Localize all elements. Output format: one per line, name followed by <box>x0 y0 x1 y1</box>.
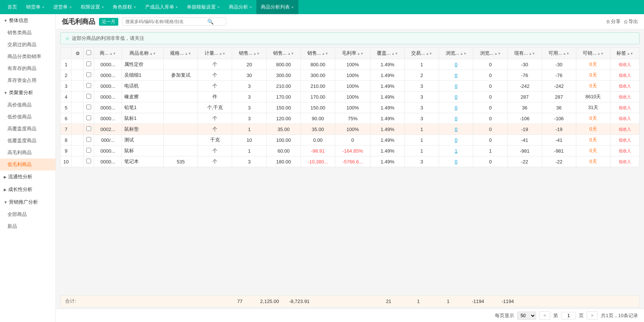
cell-settings[interactable] <box>72 124 84 135</box>
cell-checkbox[interactable] <box>84 156 94 167</box>
cell-settings[interactable] <box>72 92 84 102</box>
sidebar-item-new-goods[interactable]: 新品 <box>0 220 55 232</box>
footer-label: 合计: <box>65 298 76 305</box>
date-filter-tag[interactable]: 近一月 <box>99 18 118 26</box>
close-icon[interactable]: × <box>291 5 294 9</box>
cell-sales-qty: 1 <box>232 146 266 156</box>
cell-browse1[interactable]: 0 <box>439 156 473 167</box>
search-icon[interactable]: 🔍 <box>207 19 214 25</box>
sidebar-item-capital[interactable]: 库存资金占用 <box>0 74 55 86</box>
settings-icon[interactable]: ⚙ <box>76 51 80 56</box>
close-icon[interactable]: × <box>217 5 220 9</box>
sidebar-item-low-value[interactable]: 低价值商品 <box>0 111 55 123</box>
export-button[interactable]: ⎙ 导出 <box>624 18 638 25</box>
cell-checkbox[interactable] <box>84 70 94 81</box>
row-checkbox[interactable] <box>86 126 91 131</box>
page-input[interactable] <box>561 312 576 319</box>
row-checkbox[interactable] <box>86 72 91 77</box>
sidebar-item-traded-goods[interactable]: 交易过的商品 <box>0 39 55 51</box>
row-checkbox[interactable] <box>86 159 91 163</box>
row-checkbox[interactable] <box>86 61 91 66</box>
close-icon[interactable]: × <box>176 5 178 9</box>
share-button[interactable]: ⎘ 分享 <box>607 18 621 25</box>
cell-settings[interactable] <box>72 70 84 81</box>
table-row: 1 0000... 属性定价 个 20 800.00 800.00 100% 1… <box>61 59 640 70</box>
nav-sales[interactable]: 销货单 × <box>22 0 49 14</box>
sidebar-group-cluster[interactable]: ▼ 类聚量分析 <box>0 86 55 99</box>
nav-purchase[interactable]: 进货单 × <box>49 0 76 14</box>
col-settings[interactable]: ⚙ <box>72 48 84 59</box>
close-icon[interactable]: × <box>250 5 252 9</box>
cell-settings[interactable] <box>72 102 84 113</box>
cell-settings[interactable] <box>72 156 84 167</box>
nav-template[interactable]: 单据模板设置 × <box>182 0 224 14</box>
nav-home[interactable]: 首页 <box>3 0 22 14</box>
cell-checkbox[interactable] <box>84 146 94 156</box>
nav-product-analysis[interactable]: 商品分析 × <box>224 0 256 14</box>
nav-role[interactable]: 角色授权 × <box>108 0 140 14</box>
cell-browse1[interactable]: 0 <box>439 81 473 92</box>
content-area: 低毛利商品 近一月 🔍 ⎘ 分享 ⎙ 导出 ☆ 这部分商品的利润非常低，请关注 <box>56 14 644 322</box>
cell-browse1[interactable]: 0 <box>439 113 473 124</box>
close-icon[interactable]: × <box>42 5 44 9</box>
close-icon[interactable]: × <box>69 5 71 9</box>
sidebar-item-low-coverage[interactable]: 低覆盖度商品 <box>0 135 55 147</box>
cell-available: 287 <box>542 92 576 102</box>
cell-checkbox[interactable] <box>84 124 94 135</box>
close-icon[interactable]: × <box>102 5 104 9</box>
cell-checkbox[interactable] <box>84 59 94 70</box>
sidebar-item-category-rate[interactable]: 商品分类助销率 <box>0 51 55 63</box>
cell-settings[interactable] <box>72 81 84 92</box>
cell-checkbox[interactable] <box>84 113 94 124</box>
sidebar-item-sales-goods[interactable]: 销售类商品 <box>0 27 55 39</box>
cell-checkbox[interactable] <box>84 92 94 102</box>
cell-settings[interactable] <box>72 135 84 146</box>
row-checkbox[interactable] <box>86 148 91 153</box>
cell-cover-rate: 1.49% <box>370 135 404 146</box>
cell-browse1[interactable]: 0 <box>439 92 473 102</box>
row-checkbox[interactable] <box>86 94 91 99</box>
row-checkbox[interactable] <box>86 105 91 109</box>
prev-page-button[interactable]: ＜ <box>539 311 550 320</box>
cell-trade: 3 <box>405 113 439 124</box>
sidebar-item-low-margin[interactable]: 低毛利商品 <box>0 159 55 170</box>
cell-browse1[interactable]: 0 <box>439 124 473 135</box>
cell-checkbox[interactable] <box>84 102 94 113</box>
nav-permission[interactable]: 权限设置 × <box>76 0 108 14</box>
cell-row-number: 9 <box>61 146 72 156</box>
sidebar-item-high-value[interactable]: 高价值商品 <box>0 99 55 111</box>
cell-browse1[interactable]: 0 <box>439 59 473 70</box>
cell-checkbox[interactable] <box>84 135 94 146</box>
cell-browse1[interactable]: 1 <box>439 146 473 156</box>
cell-browse1[interactable]: 0 <box>439 70 473 81</box>
sidebar-item-in-stock[interactable]: 有库存的商品 <box>0 63 55 74</box>
per-page-select[interactable]: 50 20 100 <box>517 312 536 320</box>
close-icon[interactable]: × <box>134 5 136 9</box>
row-checkbox[interactable] <box>86 83 91 88</box>
cell-tag: 低收入 <box>611 156 640 167</box>
data-table-wrapper[interactable]: ⚙ 商...▲▼ 商品名称▲▼ 规格...▲▼ 计量...▲▼ 销售...▲▼ … <box>60 47 640 295</box>
cell-settings[interactable] <box>72 113 84 124</box>
sidebar-group-growth[interactable]: ▶ 成长性分析 <box>0 183 55 196</box>
row-checkbox[interactable] <box>86 115 91 120</box>
cell-browse1[interactable]: 0 <box>439 102 473 113</box>
cell-browse1[interactable]: 0 <box>439 135 473 146</box>
row-checkbox[interactable] <box>86 137 91 142</box>
nav-product-in[interactable]: 产成品入库单 × <box>141 0 182 14</box>
sidebar-item-high-margin[interactable]: 高毛利商品 <box>0 147 55 159</box>
sidebar-item-high-coverage[interactable]: 高覆盖度商品 <box>0 123 55 135</box>
select-all-checkbox[interactable] <box>86 50 91 55</box>
sidebar-group-overview[interactable]: ▼ 整体信息 <box>0 14 55 27</box>
cell-browse2: 0 <box>473 59 507 70</box>
next-page-button[interactable]: ＞ <box>587 311 598 320</box>
nav-product-analysis-list[interactable]: 商品分析列表 × <box>256 0 298 14</box>
sidebar-group-marketing[interactable]: ▼ 营销推广分析 <box>0 196 55 208</box>
low-income-tag: 低收入 <box>619 73 631 77</box>
sidebar-item-all-goods[interactable]: 全部商品 <box>0 208 55 220</box>
cell-settings[interactable] <box>72 146 84 156</box>
sidebar-group-circulation[interactable]: ▶ 流通性分析 <box>0 170 55 183</box>
cell-settings[interactable] <box>72 59 84 70</box>
cell-checkbox[interactable] <box>84 81 94 92</box>
search-input[interactable] <box>125 19 207 24</box>
col-browse2: 浏览...▲▼ <box>473 48 507 59</box>
